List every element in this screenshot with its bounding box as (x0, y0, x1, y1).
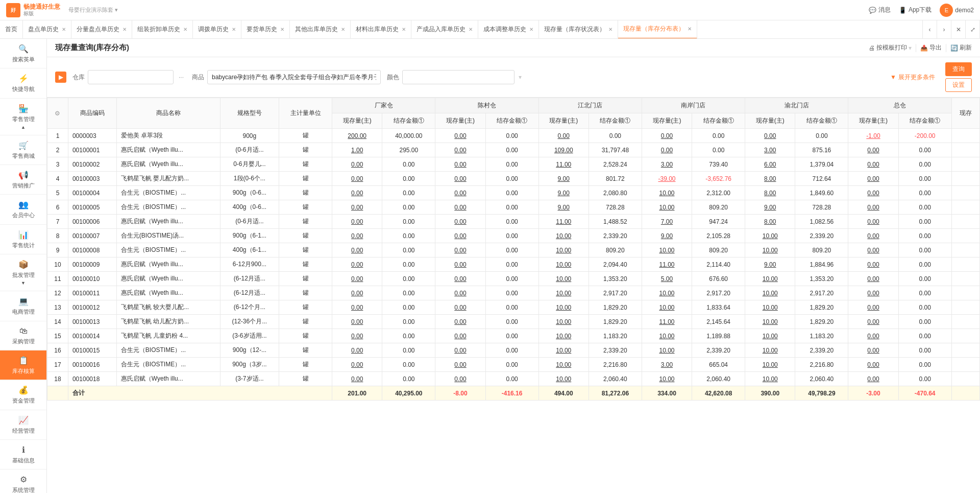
td-jb-stock[interactable]: 0.00 (538, 129, 589, 143)
tab-close-cost-adjust[interactable]: ✕ (529, 27, 533, 32)
td-f-stock[interactable]: 0.00 (332, 157, 382, 172)
td-jb-stock[interactable]: 10.00 (538, 272, 589, 286)
td-c-stock[interactable]: 0.00 (435, 358, 485, 372)
export-btn[interactable]: 📤 导出 (920, 43, 942, 52)
td-c-stock[interactable]: 0.00 (435, 157, 485, 172)
user-area[interactable]: E demo2 (940, 4, 974, 17)
tab-close-transfer[interactable]: ✕ (232, 27, 236, 32)
td-f-stock[interactable]: 0.00 (332, 329, 382, 343)
warehouse-dots-btn[interactable]: ··· (177, 74, 186, 81)
td-t-stock[interactable]: 0.00 (848, 172, 898, 186)
td-t-stock[interactable]: 0.00 (848, 200, 898, 215)
tab-close-stock-dist[interactable]: ✕ (688, 26, 692, 32)
td-yb-stock[interactable]: 6.00 (745, 157, 795, 172)
tab-stock-dist[interactable]: 现存量（库存分布表） ✕ (618, 20, 697, 39)
td-t-stock[interactable]: 0.00 (848, 215, 898, 229)
td-na-stock[interactable]: 3.00 (642, 157, 692, 172)
tab-product-in[interactable]: 产成品入库单历史 ✕ (411, 20, 478, 39)
td-c-stock[interactable]: 0.00 (435, 129, 485, 143)
tab-close-all-btn[interactable]: ✕ (951, 20, 966, 39)
td-yb-stock[interactable]: 10.00 (745, 272, 795, 286)
td-jb-stock[interactable]: 11.00 (538, 157, 589, 172)
td-c-stock[interactable]: 0.00 (435, 272, 485, 286)
td-na-stock[interactable]: 9.00 (642, 229, 692, 243)
td-jb-stock[interactable]: 10.00 (538, 343, 589, 358)
td-na-stock[interactable]: 10.00 (642, 243, 692, 257)
td-t-stock[interactable]: 0.00 (848, 229, 898, 243)
product-input[interactable] (207, 70, 381, 84)
td-f-stock[interactable]: 0.00 (332, 172, 382, 186)
print-btn[interactable]: 🖨 按模板打印 ▾ (869, 43, 912, 52)
tab-close-stock-status[interactable]: ✕ (608, 27, 612, 32)
td-yb-stock[interactable]: 10.00 (745, 300, 795, 315)
td-f-stock[interactable]: 0.00 (332, 186, 382, 200)
td-t-stock[interactable]: 0.00 (848, 257, 898, 272)
td-jb-stock[interactable]: 10.00 (538, 300, 589, 315)
td-na-stock[interactable]: 10.00 (642, 286, 692, 300)
sidebar-item-operation[interactable]: 📈 经营管理 (0, 410, 46, 440)
org-selector[interactable]: 母婴行业演示陈套 ▾ (68, 6, 118, 14)
td-jb-stock[interactable]: 9.00 (538, 186, 589, 200)
td-f-stock[interactable]: 0.00 (332, 200, 382, 215)
td-na-stock[interactable]: -39.00 (642, 172, 692, 186)
td-yb-stock[interactable]: 3.00 (745, 143, 795, 157)
td-yb-stock[interactable]: 10.00 (745, 372, 795, 386)
sidebar-item-retail[interactable]: 🏪 零售管理 ▲ (0, 99, 46, 135)
td-c-stock[interactable]: 0.00 (435, 243, 485, 257)
td-c-stock[interactable]: 0.00 (435, 229, 485, 243)
sidebar-item-retail-shop[interactable]: 🛒 零售商城 (0, 135, 46, 165)
td-na-stock[interactable]: 10.00 (642, 372, 692, 386)
sidebar-item-finance[interactable]: 💰 资金管理 (0, 380, 46, 410)
td-t-stock[interactable]: 0.00 (848, 343, 898, 358)
tab-close-other-out[interactable]: ✕ (341, 27, 345, 32)
query-btn[interactable]: 查询 (945, 62, 972, 76)
message-btn[interactable]: 💬 消息 (869, 6, 891, 14)
td-yb-stock[interactable]: 10.00 (745, 343, 795, 358)
td-yb-stock[interactable]: 10.00 (745, 315, 795, 329)
td-na-stock[interactable]: 10.00 (642, 343, 692, 358)
td-c-stock[interactable]: 0.00 (435, 372, 485, 386)
refresh-btn[interactable]: 🔄 刷新 (950, 43, 972, 52)
td-yb-stock[interactable]: 8.00 (745, 215, 795, 229)
sidebar-item-purchase[interactable]: 🛍 采购管理 (0, 321, 46, 350)
sidebar-item-wholesale[interactable]: 📦 批发管理 ▼ (0, 254, 46, 291)
sidebar-item-ecommerce[interactable]: 💻 电商管理 (0, 291, 46, 321)
sidebar-item-system[interactable]: ⚙ 系统管理 (0, 469, 46, 493)
td-f-stock[interactable]: 0.00 (332, 343, 382, 358)
td-f-stock[interactable]: 0.00 (332, 272, 382, 286)
td-t-stock[interactable]: 0.00 (848, 143, 898, 157)
setting-btn[interactable]: 设置 (945, 78, 972, 92)
td-jb-stock[interactable]: 10.00 (538, 286, 589, 300)
td-f-stock[interactable]: 1.00 (332, 143, 382, 157)
td-yb-stock[interactable]: 10.00 (745, 358, 795, 372)
td-f-stock[interactable]: 0.00 (332, 372, 382, 386)
td-c-stock[interactable]: 0.00 (435, 329, 485, 343)
td-yb-stock[interactable]: 8.00 (745, 172, 795, 186)
td-t-stock[interactable]: 0.00 (848, 300, 898, 315)
td-f-stock[interactable]: 200.00 (332, 129, 382, 143)
td-jb-stock[interactable]: 10.00 (538, 372, 589, 386)
sidebar-item-marketing[interactable]: 📢 营销推广 (0, 165, 46, 195)
td-t-stock[interactable]: -1.00 (848, 129, 898, 143)
tab-demand[interactable]: 要货单历史 ✕ (241, 20, 290, 39)
sidebar-item-inventory[interactable]: 📋 库存核算 (0, 350, 46, 380)
td-t-stock[interactable]: 0.00 (848, 186, 898, 200)
td-yb-stock[interactable]: 10.00 (745, 229, 795, 243)
td-jb-stock[interactable]: 9.00 (538, 172, 589, 186)
td-jb-stock[interactable]: 10.00 (538, 315, 589, 329)
filter-expand-btn[interactable]: ▶ (55, 72, 66, 83)
tab-expand-btn[interactable]: ⤢ (966, 20, 980, 39)
tab-prev-btn[interactable]: ‹ (923, 20, 937, 39)
td-c-stock[interactable]: 0.00 (435, 315, 485, 329)
tab-stock-status[interactable]: 现存量（库存状况表） ✕ (539, 20, 618, 39)
td-yb-stock[interactable]: 9.00 (745, 200, 795, 215)
td-yb-stock[interactable]: 10.00 (745, 286, 795, 300)
sidebar-item-search[interactable]: 🔍 搜索英单 (0, 39, 46, 68)
td-t-stock[interactable]: 0.00 (848, 329, 898, 343)
settings-icon[interactable]: ⚙ (55, 110, 60, 117)
sidebar-item-retail-stats[interactable]: 📊 零售统计 (0, 225, 46, 254)
td-jb-stock[interactable]: 10.00 (538, 229, 589, 243)
color-input[interactable] (402, 70, 514, 84)
tab-close-material-out[interactable]: ✕ (402, 27, 406, 32)
tab-partial[interactable]: 分量盘点单历史 ✕ (71, 20, 132, 39)
